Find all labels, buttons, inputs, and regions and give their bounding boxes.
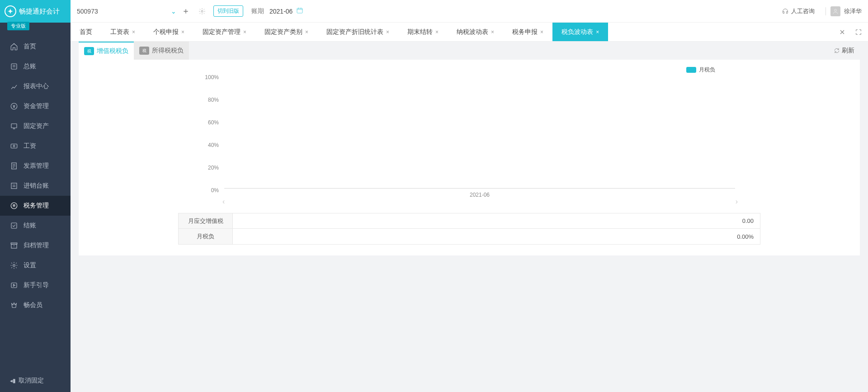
svg-rect-0 [11, 64, 17, 69]
chart-next-button[interactable]: › [736, 198, 738, 206]
headset-icon [782, 8, 789, 15]
legend-label: 月税负 [699, 66, 715, 74]
tab-close-icon[interactable]: × [540, 29, 543, 35]
sidebar-item-report[interactable]: 报表中心 [0, 76, 71, 96]
home-icon [10, 43, 18, 51]
period-calendar-button[interactable] [296, 7, 303, 16]
row-value: 0.00 [233, 213, 760, 228]
subtab-1[interactable]: 税所得税税负 [134, 42, 189, 60]
tab-label: 期末结转 [407, 28, 433, 36]
tab-label: 个税申报 [153, 28, 179, 36]
sidebar-item-label: 资金管理 [24, 102, 49, 110]
sidebar-item-archive[interactable]: 归档管理 [0, 236, 71, 255]
tab-0[interactable]: 首页 [71, 23, 101, 41]
sidebar-item-inout[interactable]: 进销台账 [0, 176, 71, 196]
entity-selector[interactable]: 500973 ⌄ [77, 8, 176, 15]
tab-2[interactable]: 个税申报× [144, 23, 193, 41]
vip-icon [10, 301, 18, 309]
svg-point-7 [11, 203, 17, 209]
sidebar-item-label: 报表中心 [24, 82, 49, 90]
tab-close-icon[interactable]: × [491, 29, 494, 35]
archive-icon [10, 241, 18, 250]
sidebar-item-home[interactable]: 首页 [0, 37, 71, 57]
switch-old-version-button[interactable]: 切到旧版 [213, 5, 243, 17]
settings-gear-button[interactable] [195, 5, 209, 18]
divider [826, 7, 826, 15]
unpin-arrow-icon: ◂▮ [10, 378, 16, 384]
support-button[interactable]: 人工咨询 [782, 7, 815, 15]
subtab-label: 所得税税负 [152, 47, 184, 55]
close-all-tabs-button[interactable] [836, 26, 848, 38]
tab-close-icon[interactable]: × [386, 29, 389, 35]
y-tick: 0% [211, 187, 219, 194]
period-label: 账期 [251, 7, 264, 15]
svg-rect-13 [297, 8, 302, 13]
tab-close-icon[interactable]: × [435, 29, 439, 35]
table-row: 月税负0.00% [179, 229, 760, 244]
tab-label: 工资表 [110, 28, 129, 36]
tab-1[interactable]: 工资表× [101, 23, 144, 41]
sidebar-item-label: 结账 [24, 222, 36, 230]
legend-item[interactable]: 月税负 [686, 66, 715, 74]
tab-close-icon[interactable]: × [132, 29, 135, 35]
sidebar-item-tax[interactable]: 税务管理 [0, 196, 71, 216]
user-name: 徐泽华 [844, 7, 862, 15]
sidebar-item-close-period[interactable]: 结账 [0, 216, 71, 236]
tab-7[interactable]: 纳税波动表× [448, 23, 503, 41]
brand-logo-area: ✦ 畅捷通好会计 [0, 0, 71, 23]
y-tick: 20% [208, 165, 219, 171]
svg-rect-2 [11, 124, 17, 128]
avatar-icon [830, 6, 840, 16]
unpin-sidebar-button[interactable]: ◂▮ 取消固定 [0, 369, 71, 392]
sidebar-item-label: 设置 [24, 261, 36, 269]
fullscreen-button[interactable] [853, 26, 864, 38]
tab-close-icon[interactable]: × [181, 29, 184, 35]
subtab-0[interactable]: 税增值税税负 [79, 42, 134, 60]
unpin-label: 取消固定 [19, 377, 44, 385]
sidebar-item-vip[interactable]: 畅会员 [0, 295, 71, 315]
report-icon [10, 82, 18, 90]
y-tick: 80% [208, 97, 219, 103]
subtab-badge-icon: 税 [84, 47, 94, 55]
brand-logo-icon: ✦ [5, 5, 16, 17]
sidebar-item-salary[interactable]: 工资 [0, 136, 71, 156]
tab-6[interactable]: 期末结转× [398, 23, 448, 41]
tab-9[interactable]: 税负波动表× [552, 23, 608, 41]
sidebar-item-settings[interactable]: 设置 [0, 255, 71, 275]
chart-prev-button[interactable]: ‹ [222, 198, 225, 206]
sidebar-item-assets[interactable]: 固定资产 [0, 116, 71, 136]
tab-4[interactable]: 固定资产类别× [255, 23, 317, 41]
svg-rect-8 [11, 223, 17, 228]
y-tick: 100% [205, 74, 219, 80]
user-menu[interactable]: 徐泽华 [830, 6, 862, 16]
inout-icon [10, 182, 18, 190]
add-button[interactable] [179, 5, 193, 18]
tab-3[interactable]: 固定资产管理× [193, 23, 255, 41]
sidebar-item-ledger[interactable]: 总账 [0, 57, 71, 76]
tax-icon [10, 202, 18, 210]
sidebar-item-invoice[interactable]: 发票管理 [0, 156, 71, 176]
tab-8[interactable]: 税务申报× [503, 23, 552, 41]
sidebar-item-label: 进销台账 [24, 182, 49, 190]
sidebar-item-guide[interactable]: 新手引导 [0, 275, 71, 295]
tab-label: 税负波动表 [561, 28, 593, 36]
tab-label: 首页 [80, 28, 92, 36]
tab-close-icon[interactable]: × [305, 29, 308, 35]
subtab-badge-icon: 税 [139, 47, 149, 55]
sidebar-item-label: 畅会员 [24, 301, 42, 309]
entity-value: 500973 [77, 8, 98, 15]
refresh-button[interactable]: 刷新 [828, 47, 860, 55]
brand-name: 畅捷通好会计 [19, 7, 60, 16]
x-axis-label: 2021-06 [470, 192, 490, 198]
sidebar-item-label: 归档管理 [24, 241, 49, 250]
guide-icon [10, 281, 18, 289]
sidebar-item-label: 工资 [24, 142, 36, 150]
sidebar-item-funds[interactable]: 资金管理 [0, 96, 71, 116]
row-label: 月税负 [179, 229, 233, 244]
tab-close-icon[interactable]: × [243, 29, 246, 35]
svg-rect-11 [11, 283, 17, 288]
svg-point-10 [13, 264, 15, 267]
sidebar-item-label: 税务管理 [24, 202, 49, 210]
tab-5[interactable]: 固定资产折旧统计表× [317, 23, 398, 41]
tab-close-icon[interactable]: × [596, 29, 599, 35]
